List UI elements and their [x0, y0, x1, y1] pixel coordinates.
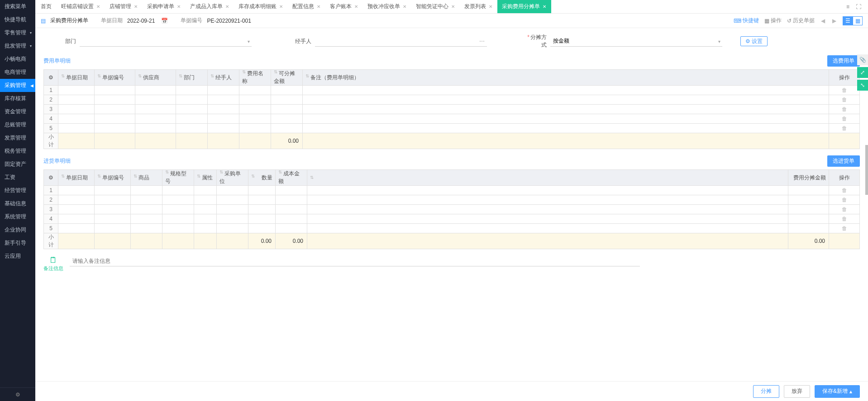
sidebar-item-19[interactable]: 云应用 — [0, 250, 35, 263]
table-row[interactable]: 5🗑 — [44, 224, 860, 233]
delete-icon[interactable]: 🗑 — [842, 125, 847, 131]
col-code[interactable]: ⇅单据编号 — [95, 170, 131, 186]
close-icon[interactable]: ✕ — [177, 4, 181, 9]
col-dept[interactable]: ⇅部门 — [176, 70, 208, 86]
save-new-button[interactable]: 保存&新增▴ — [815, 385, 860, 398]
delete-icon[interactable]: 🗑 — [842, 106, 847, 112]
close-icon[interactable]: ✕ — [489, 4, 492, 9]
col-product[interactable]: ⇅商品 — [131, 170, 162, 186]
close-icon[interactable]: ✕ — [403, 4, 406, 9]
tab-5[interactable]: 库存成本明细账✕ — [234, 0, 288, 13]
delete-icon[interactable]: 🗑 — [842, 116, 847, 122]
tab-10[interactable]: 发票列表✕ — [460, 0, 497, 13]
col-alloc[interactable]: 费用分摊金额 — [788, 170, 829, 186]
table-row[interactable]: 3🗑 — [44, 205, 860, 214]
sidebar-item-5[interactable]: 电商管理 — [0, 66, 35, 79]
select-goods-button[interactable]: 选进货单 — [827, 155, 860, 167]
dept-input[interactable] — [80, 36, 252, 47]
close-icon[interactable]: ✕ — [317, 4, 320, 9]
close-icon[interactable]: ✕ — [354, 4, 358, 9]
gear-column-head[interactable]: ⚙ — [44, 70, 58, 86]
quick-create-action[interactable]: ⌨快捷键 — [734, 17, 759, 24]
sidebar-item-4[interactable]: 小畅电商 — [0, 53, 35, 66]
delete-icon[interactable]: 🗑 — [842, 197, 847, 203]
tab-11[interactable]: 采购费用分摊单✕ — [497, 0, 551, 13]
col-blank[interactable]: ⇅ — [307, 170, 788, 186]
history-action[interactable]: ↺历史单据 — [787, 17, 815, 24]
col-code[interactable]: ⇅单据编号 — [95, 70, 135, 86]
col-cost[interactable]: ⇅成本金额 — [276, 170, 307, 186]
tab-0[interactable]: 首页 — [36, 0, 57, 13]
sidebar-item-12[interactable]: 固定资产 — [0, 158, 35, 171]
tabs-menu-icon[interactable]: ≡ — [845, 4, 851, 10]
sidebar-item-14[interactable]: 经营管理 — [0, 184, 35, 197]
tab-8[interactable]: 预收冲应收单✕ — [363, 0, 411, 13]
sidebar-footer[interactable]: ⚙ — [0, 387, 35, 401]
sidebar-item-9[interactable]: 总账管理 — [0, 118, 35, 131]
tab-6[interactable]: 配置信息✕ — [288, 0, 325, 13]
tabs-expand-icon[interactable]: ⛶ — [854, 4, 863, 10]
close-icon[interactable]: ✕ — [451, 4, 455, 9]
scrollbar-stub[interactable] — [865, 145, 868, 195]
method-input[interactable] — [550, 36, 722, 47]
col-handler[interactable]: ⇅经手人 — [208, 70, 239, 86]
setup-button[interactable]: ⚙设置 — [740, 36, 768, 46]
close-icon[interactable]: ✕ — [543, 4, 546, 9]
table-row[interactable]: 3🗑 — [44, 105, 860, 114]
col-unit[interactable]: ⇅采购单位 — [217, 170, 248, 186]
table-row[interactable]: 4🗑 — [44, 114, 860, 124]
select-expense-button[interactable]: 选费用单 — [827, 55, 860, 67]
col-name[interactable]: ⇅费用名称 — [239, 70, 271, 86]
sidebar-item-0[interactable]: 搜索菜单 — [0, 0, 35, 13]
remark-input[interactable] — [70, 256, 640, 266]
sidebar-item-6[interactable]: 采购管理◀ — [0, 79, 35, 92]
view-list-button[interactable]: ☰ — [843, 16, 853, 25]
col-amount[interactable]: ⇅可分摊金额 — [271, 70, 303, 86]
allocate-button[interactable]: 分摊 — [753, 385, 779, 398]
sidebar-item-16[interactable]: 系统管理 — [0, 210, 35, 223]
sidebar-item-8[interactable]: 资金管理 — [0, 105, 35, 118]
tab-2[interactable]: 店铺管理✕ — [105, 0, 143, 13]
close-icon[interactable]: ✕ — [96, 4, 100, 9]
col-qty[interactable]: ⇅数量 — [248, 170, 276, 186]
close-icon[interactable]: ✕ — [279, 4, 283, 9]
sidebar-item-18[interactable]: 新手引导 — [0, 237, 35, 250]
rail-shrink-icon[interactable]: ⤡ — [857, 80, 868, 91]
table-row[interactable]: 2🗑 — [44, 195, 860, 205]
gear-column-head[interactable]: ⚙ — [44, 170, 58, 186]
sidebar-item-11[interactable]: 税务管理 — [0, 145, 35, 158]
col-remark[interactable]: ⇅备注（费用单明细） — [303, 70, 829, 86]
close-icon[interactable]: ✕ — [134, 4, 138, 9]
sidebar-item-17[interactable]: 企业协同 — [0, 223, 35, 237]
table-row[interactable]: 5🗑 — [44, 124, 860, 133]
delete-icon[interactable]: 🗑 — [842, 187, 847, 193]
delete-icon[interactable]: 🗑 — [842, 87, 847, 93]
tab-4[interactable]: 产成品入库单✕ — [186, 0, 234, 13]
handler-input[interactable] — [315, 36, 487, 47]
sidebar-item-1[interactable]: 快捷导航 — [0, 13, 35, 26]
close-icon[interactable]: ✕ — [225, 4, 229, 9]
col-attr[interactable]: ⇅属性 — [194, 170, 217, 186]
view-grid-button[interactable]: ▦ — [853, 16, 863, 25]
delete-icon[interactable]: 🗑 — [842, 206, 847, 213]
sidebar-item-13[interactable]: 工资 — [0, 171, 35, 184]
tab-7[interactable]: 客户账本✕ — [325, 0, 363, 13]
date-value[interactable]: 2022-09-21 — [127, 18, 155, 24]
calendar-icon[interactable]: 📅 — [161, 18, 168, 24]
sidebar-item-7[interactable]: 库存核算 — [0, 92, 35, 105]
delete-icon[interactable]: 🗑 — [842, 97, 847, 103]
table-row[interactable]: 1🗑 — [44, 86, 860, 95]
table-row[interactable]: 1🗑 — [44, 186, 860, 195]
sidebar-item-3[interactable]: 批发管理▾ — [0, 39, 35, 53]
abandon-button[interactable]: 放弃 — [784, 385, 810, 398]
next-doc-icon[interactable]: ▶ — [831, 18, 837, 24]
table-row[interactable]: 2🗑 — [44, 95, 860, 105]
table-row[interactable]: 4🗑 — [44, 214, 860, 224]
delete-icon[interactable]: 🗑 — [842, 225, 847, 232]
sidebar-item-15[interactable]: 基础信息 — [0, 197, 35, 210]
col-vendor[interactable]: ⇅供应商 — [135, 70, 176, 86]
col-spec[interactable]: ⇅规格型号 — [162, 170, 194, 186]
tab-1[interactable]: 旺铺店铺设置✕ — [57, 0, 105, 13]
col-date[interactable]: ⇅单据日期 — [58, 170, 95, 186]
sidebar-item-10[interactable]: 发票管理 — [0, 131, 35, 145]
